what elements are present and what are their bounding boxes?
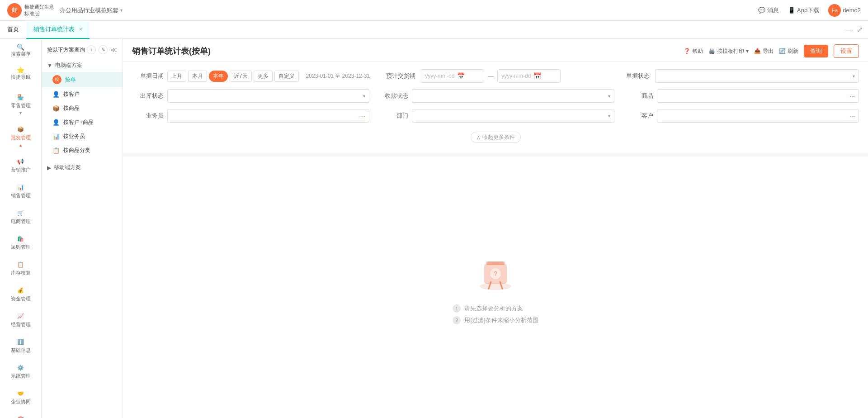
sidebar-search[interactable]: 🔍 搜索菜单 [0,39,41,62]
left-panel-header: 按以下方案查询 + ✎ ≪ [42,43,123,57]
export-btn[interactable]: 📤 导出 [754,48,774,55]
app-download-btn[interactable]: 📱 App下载 [788,6,819,14]
doc-status-chevron: ▾ [853,74,855,79]
by-salesman-icon: 📊 [52,133,60,140]
query-btn[interactable]: 查询 [804,45,828,57]
mobile-group-title[interactable]: ▶ 移动端方案 [42,161,123,174]
plan-item-by-category[interactable]: 📋 按商品分类 [42,143,123,157]
wholesale-icon: 📦 [17,126,24,133]
help-btn[interactable]: ❓ 帮助 [684,48,703,55]
doc-status-select[interactable]: ▾ [655,69,859,83]
customer-select[interactable]: ··· [657,109,859,123]
sidebar-item-basic[interactable]: ℹ️ 基础信息 [0,333,41,359]
sidebar-item-retail[interactable]: 🏪 零售管理 ▼ [0,89,41,121]
add-plan-btn[interactable]: + [87,45,96,54]
settings-btn[interactable]: 设置 [834,44,859,58]
collapse-panel-btn[interactable]: ≪ [110,46,117,53]
plan-item-by-customer-label: 按客户 [63,90,80,98]
right-content: 销售订单统计表(按单) ❓ 帮助 🖨️ 按模板打印 ▾ 📤 导出 [123,39,868,418]
calendar-icon-1: 📅 [457,72,465,80]
sidebar-item-guide[interactable]: 🎯 新手引导 [0,411,41,418]
user-area[interactable]: Ea demo2 [828,4,861,17]
edit-plan-btn[interactable]: ✎ [99,45,108,54]
customer-more-dots[interactable]: ··· [849,112,855,119]
date-btn-this-year[interactable]: 本年 [209,71,228,82]
dept-filter-group: 部门 ▾ [377,109,614,123]
purchase-icon: 🛍️ [17,236,24,242]
operation-icon: 📈 [17,313,24,319]
expected-date-start[interactable]: yyyy-mm-dd 📅 [421,69,484,83]
message-btn[interactable]: 💬 消息 [758,6,779,14]
basic-icon: ℹ️ [17,339,24,345]
plan-item-by-customer[interactable]: 👤 按客户 [42,87,123,101]
salesman-select[interactable]: ··· [167,109,369,123]
by-category-icon: 📋 [52,147,60,154]
date-btn-more[interactable]: 更多 [254,71,273,82]
empty-tip-1: 1 请先选择要分析的方案 [453,304,538,313]
sidebar-item-ecommerce[interactable]: 🛒 电商管理 [0,204,41,230]
sidebar-search-label: 搜索菜单 [4,51,38,57]
tab-minimize-btn[interactable]: — [846,26,853,34]
date-placeholder-1: yyyy-mm-dd [425,73,454,79]
app-download-icon: 📱 [788,7,795,14]
plan-item-by-order-label: 按单 [65,76,76,84]
print-btn[interactable]: 🖨️ 按模板打印 ▾ [708,48,749,55]
goods-more-dots[interactable]: ··· [849,92,855,100]
sidebar-item-finance[interactable]: 💰 资金管理 [0,282,41,308]
top-bar-left: 好 畅捷通好生意 标准版 办公用品行业模拟账套 ▾ [7,3,123,18]
date-placeholder-2: yyyy-mm-dd [501,73,531,79]
plan-item-by-customer-goods[interactable]: 👤 按客户+商品 [42,115,123,129]
date-btn-last-month[interactable]: 上月 [167,71,186,82]
salesman-more-dots[interactable]: ··· [360,112,366,119]
plan-item-by-salesman-label: 按业务员 [63,133,85,140]
expected-date-label: 预计交货期 [386,72,415,80]
date-btn-this-month[interactable]: 本月 [188,71,207,82]
date-filter-group: 单据日期 上月 本月 本年 近7天 更多 自定义 2023-01-01 至 20… [132,71,370,82]
plan-item-by-order[interactable]: 按 按单 [42,72,123,87]
print-icon: 🖨️ [708,48,715,54]
help-icon: ❓ [684,48,690,54]
sidebar-item-purchase[interactable]: 🛍️ 采购管理 [0,230,41,256]
dept-select[interactable]: ▾ [412,109,614,123]
plan-item-by-goods[interactable]: 📦 按商品 [42,101,123,115]
tip-num-2: 2 [453,316,461,324]
industry-dropdown-icon[interactable]: ▾ [120,8,123,13]
out-status-select[interactable]: ▾ [167,89,369,103]
receipt-status-select[interactable]: ▾ [412,89,614,103]
tab-home[interactable]: 首页 [0,21,26,39]
tab-maximize-btn[interactable]: ⤢ [857,25,863,34]
logo-text: 畅捷通好生意 标准版 [24,4,54,17]
doc-status-label: 单据状态 [626,72,650,80]
logo-area: 好 畅捷通好生意 标准版 [7,3,54,18]
svg-rect-2 [486,261,505,265]
empty-state: ? 1 请先选择要分析的方案 2 用[过滤]条件来缩小分析范围 [123,157,868,418]
sidebar-quick-nav[interactable]: ⭐ 快捷导航 [0,62,41,85]
sidebar-quick-nav-label: 快捷导航 [4,74,38,81]
plan-item-by-salesman[interactable]: 📊 按业务员 [42,129,123,143]
corp-collab-icon: 🤝 [17,390,24,397]
refresh-btn[interactable]: 🔄 刷新 [779,48,798,55]
collapse-more-btn[interactable]: ∧ 收起更多条件 [471,132,521,143]
sidebar-item-system[interactable]: ⚙️ 系统管理 [0,359,41,385]
expected-date-end[interactable]: yyyy-mm-dd 📅 [497,69,561,83]
left-panel: 按以下方案查询 + ✎ ≪ ▼ 电脑端方案 按 按单 👤 按客户 [42,39,123,418]
sidebar-item-inventory[interactable]: 📋 库存核算 [0,256,41,282]
finance-icon: 💰 [17,287,24,294]
page-actions: ❓ 帮助 🖨️ 按模板打印 ▾ 📤 导出 🔄 刷新 [684,44,859,58]
pc-group-title[interactable]: ▼ 电脑端方案 [42,59,123,72]
tab-bar: 首页 销售订单统计表 × — ⤢ [0,21,868,39]
sidebar-item-marketing[interactable]: 📢 营销推广 [0,153,41,179]
sidebar-item-wholesale[interactable]: 📦 批发管理 ▲ [0,121,41,153]
date-btn-last-7days[interactable]: 近7天 [230,71,252,82]
date-btn-custom[interactable]: 自定义 [274,71,299,82]
ecommerce-icon: 🛒 [17,210,24,216]
avatar: Ea [828,4,841,17]
sidebar-item-corp-collab[interactable]: 🤝 企业协同 [0,385,41,411]
sidebar-item-operation[interactable]: 📈 经营管理 [0,308,41,333]
tab-close-icon[interactable]: × [79,26,82,33]
tab-sales-order-stat[interactable]: 销售订单统计表 × [26,21,90,39]
sidebar-item-sales[interactable]: 📊 销售管理 [0,179,41,204]
goods-select[interactable]: ··· [657,89,859,103]
filter-section: 单据日期 上月 本月 本年 近7天 更多 自定义 2023-01-01 至 20… [123,62,868,153]
pc-group-arrow: ▼ [47,62,52,69]
